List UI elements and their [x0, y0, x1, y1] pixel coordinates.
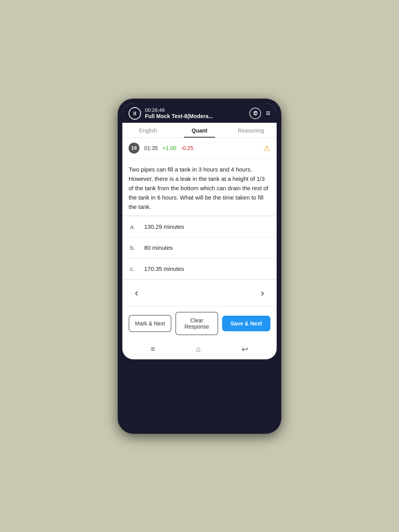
tab-quant[interactable]: Quant [174, 123, 225, 138]
tab-reasoning[interactable]: Reasoning [225, 123, 277, 138]
android-menu-icon[interactable]: ≡ [151, 345, 155, 353]
android-back-icon[interactable]: ↩ [242, 345, 248, 354]
question-text: Two pipes can fill a tank in 3 hours and… [122, 159, 277, 216]
title-info: 00:26:49 Full Mock Test-8(Modera... [145, 107, 245, 119]
status-bar: ⏸ 00:26:49 Full Mock Test-8(Modera... ㉗ … [122, 103, 277, 123]
tab-english[interactable]: English [122, 123, 174, 138]
question-marks: +1.00 [162, 145, 176, 151]
question-number: 16 [129, 143, 139, 154]
mark-next-button[interactable]: Mark & Next [129, 315, 171, 332]
option-c-text: 170.35 minutes [144, 265, 184, 272]
pause-icon: ⏸ [132, 110, 138, 117]
option-a[interactable]: a. 130.29 minutes [122, 216, 277, 237]
status-icons: ㉗ ≡ [249, 108, 270, 119]
android-navbar: ≡ ⌂ ↩ [122, 341, 277, 359]
next-button[interactable]: › [258, 285, 267, 300]
android-home-icon[interactable]: ⌂ [196, 345, 201, 353]
option-c[interactable]: c. 170.35 minutes [122, 258, 277, 279]
tab-bar: English Quant Reasoning [122, 123, 277, 138]
save-next-button[interactable]: Save & Next [222, 316, 270, 331]
bottom-buttons: Mark & Next ClearResponse Save & Next [122, 306, 277, 341]
question-negative-marks: -0.25 [181, 145, 193, 151]
test-title: Full Mock Test-8(Modera... [145, 113, 245, 119]
settings-icon[interactable]: ㉗ [249, 108, 261, 119]
option-a-text: 130.29 minutes [144, 223, 184, 230]
phone-frame: ⏸ 00:26:49 Full Mock Test-8(Modera... ㉗ … [118, 99, 281, 434]
options-list: a. 130.29 minutes b. 80 minutes c. 170.3… [122, 216, 277, 279]
option-c-label: c. [130, 265, 138, 272]
timer-display: 00:26:49 [145, 107, 245, 113]
option-b[interactable]: b. 80 minutes [122, 237, 277, 258]
menu-icon[interactable]: ≡ [266, 109, 270, 118]
phone-screen: ⏸ 00:26:49 Full Mock Test-8(Modera... ㉗ … [122, 103, 277, 359]
prev-button[interactable]: ‹ [132, 285, 141, 300]
question-header: 16 01:35 +1.00 -0.25 ⚠ [122, 138, 277, 159]
clear-response-button[interactable]: ClearResponse [175, 312, 218, 335]
option-b-label: b. [130, 244, 138, 251]
warning-icon: ⚠ [263, 143, 270, 153]
pause-button[interactable]: ⏸ [129, 107, 141, 120]
question-timer: 01:35 [144, 145, 158, 151]
option-b-text: 80 minutes [144, 244, 173, 251]
option-a-label: a. [130, 223, 138, 230]
navigation-row: ‹ › [122, 279, 277, 306]
